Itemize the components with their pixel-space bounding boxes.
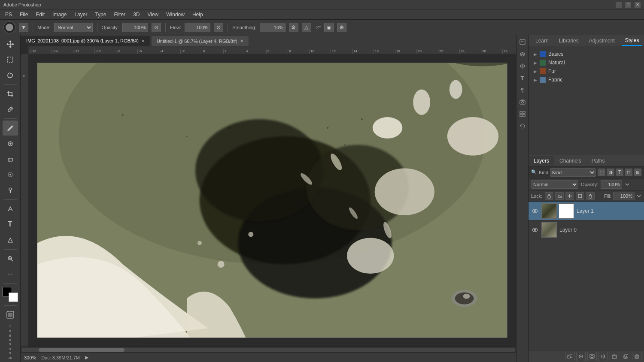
layers-opacity-input[interactable] <box>601 180 622 189</box>
path-tool[interactable] <box>3 232 18 247</box>
layers-tab-channels[interactable]: Channels <box>554 156 586 166</box>
quick-mask-tool[interactable] <box>3 307 18 322</box>
filter-shape-icon[interactable]: ◻ <box>625 169 632 176</box>
flow-icon[interactable]: ⊙ <box>214 23 223 32</box>
canvas-image-area[interactable] <box>28 54 516 347</box>
link-layers-btn[interactable] <box>565 352 574 361</box>
menu-3d[interactable]: 3D <box>130 11 143 18</box>
angle-icon[interactable]: △ <box>302 23 311 32</box>
fill-input[interactable] <box>613 192 635 200</box>
layers-tab-layers[interactable]: Layers <box>529 156 554 166</box>
eyedropper-tool[interactable] <box>3 102 18 117</box>
airbrush-icon[interactable]: ⊙ <box>152 23 161 32</box>
tab-styles[interactable]: Styles <box>622 36 643 46</box>
add-mask-btn[interactable] <box>587 352 597 361</box>
svg-rect-67 <box>612 355 617 359</box>
svg-point-33 <box>197 241 202 245</box>
delete-layer-btn[interactable] <box>632 352 641 361</box>
layer-item-1[interactable]: Layer 1 <box>529 202 644 220</box>
tab-libraries[interactable]: Libraries <box>556 36 582 45</box>
close-button[interactable]: ✕ <box>635 2 641 8</box>
menu-view[interactable]: View <box>144 11 162 18</box>
tab-adjustment[interactable]: Adjustment <box>586 36 618 45</box>
tab-untitled-close[interactable]: ✕ <box>240 39 243 43</box>
crop-tool[interactable] <box>3 87 18 101</box>
style-item-natural[interactable]: ▶ Natural <box>532 58 641 67</box>
pressure-icon[interactable]: ◉ <box>324 23 334 32</box>
minimize-button[interactable]: — <box>616 2 622 8</box>
add-style-btn[interactable] <box>576 352 586 361</box>
tab-img-close[interactable]: ✕ <box>141 39 145 43</box>
panel-icon-history[interactable] <box>517 121 528 131</box>
maximize-button[interactable]: □ <box>625 2 631 8</box>
dodge-tool[interactable] <box>3 183 18 198</box>
new-adjustment-btn[interactable] <box>598 352 608 361</box>
filter-adjust-icon[interactable]: ◑ <box>607 169 614 176</box>
tab-untitled[interactable]: Untitled-1 @ 66.7% (Layer 4, RGB/8#) ✕ <box>151 36 249 46</box>
menu-image[interactable]: Image <box>49 11 70 18</box>
menu-filter[interactable]: Filter <box>110 11 129 18</box>
menu-type[interactable]: Type <box>91 11 109 18</box>
menu-ps[interactable]: PS <box>2 11 15 18</box>
menu-layer[interactable]: Layer <box>71 11 91 18</box>
pen-tool[interactable] <box>3 202 18 216</box>
lock-artboard-btn[interactable] <box>576 192 584 200</box>
panel-icon-channels[interactable] <box>517 61 528 71</box>
status-arrow[interactable]: ▶ <box>85 355 88 360</box>
layer-1-visibility[interactable] <box>531 207 539 215</box>
eraser-tool[interactable] <box>3 152 18 166</box>
brush-tool[interactable] <box>3 121 18 135</box>
panel-icon-layers[interactable] <box>517 49 528 59</box>
lock-all-btn[interactable] <box>586 192 595 200</box>
filter-smart-icon[interactable]: ⊞ <box>634 169 641 176</box>
background-color[interactable] <box>9 293 18 302</box>
move-tool[interactable] <box>3 37 18 51</box>
color-swatches[interactable] <box>3 287 18 302</box>
lasso-tool[interactable] <box>3 68 18 83</box>
new-group-btn[interactable] <box>610 352 619 361</box>
menu-file[interactable]: File <box>16 11 31 18</box>
menu-window[interactable]: Window <box>163 11 188 18</box>
lock-transparent-btn[interactable] <box>545 192 553 200</box>
panel-icon-paragraph[interactable]: ¶ <box>517 85 528 95</box>
more-tools[interactable]: ··· <box>3 267 18 281</box>
smoothing-input[interactable] <box>260 23 286 32</box>
healing-tool[interactable] <box>3 136 18 151</box>
smoothing-settings-icon[interactable]: ⚙ <box>289 23 298 32</box>
filter-pixel-icon[interactable]: ⬚ <box>598 169 605 176</box>
menu-edit[interactable]: Edit <box>32 11 48 18</box>
filter-type-icon[interactable]: T <box>616 169 623 176</box>
opacity-input[interactable] <box>122 23 148 32</box>
lock-position-btn[interactable] <box>565 192 574 200</box>
brush-preview[interactable] <box>3 21 15 33</box>
panel-icon-grid[interactable] <box>517 109 528 119</box>
horizontal-scrollbar[interactable] <box>21 347 516 353</box>
kind-select[interactable]: Kind Name Effect Mode Attribute <box>550 168 596 177</box>
layer-0-visibility[interactable] <box>531 226 539 234</box>
scrollbar-thumb[interactable] <box>39 348 125 352</box>
symmetry-icon[interactable]: ❋ <box>337 23 346 32</box>
brush-settings-icon[interactable]: ▼ <box>19 23 28 32</box>
divider-3 <box>165 23 166 32</box>
mode-select[interactable]: Normal Multiply Screen Overlay <box>54 23 93 32</box>
blend-mode-select[interactable]: Normal Multiply Screen Overlay Dissolve <box>531 180 578 189</box>
menu-help[interactable]: Help <box>189 11 207 18</box>
style-item-basics[interactable]: ▶ Basics <box>532 50 641 58</box>
selection-tool[interactable] <box>3 52 18 67</box>
style-item-fur[interactable]: ▶ Fur <box>532 67 641 75</box>
style-item-fabric[interactable]: ▶ Fabric <box>532 75 641 84</box>
text-tool[interactable]: T <box>3 217 18 232</box>
layer-item-0[interactable]: Layer 0 <box>529 220 644 239</box>
flow-input[interactable] <box>185 23 210 32</box>
panel-icon-styles[interactable] <box>517 37 528 47</box>
lock-image-btn[interactable] <box>555 192 564 200</box>
layers-tab-paths[interactable]: Paths <box>586 156 610 166</box>
panel-icon-text[interactable]: T <box>517 73 528 83</box>
tab-learn[interactable]: Learn <box>532 36 552 45</box>
tab-img[interactable]: IMG_20201108_0001.jpg @ 300% (Layer 1, R… <box>21 36 150 46</box>
zoom-tool[interactable] <box>3 251 18 266</box>
blur-tool[interactable] <box>3 167 18 182</box>
tab-untitled-label: Untitled-1 @ 66.7% (Layer 4, RGB/8#) <box>157 39 237 44</box>
new-layer-btn[interactable] <box>621 352 630 361</box>
panel-icon-camera[interactable] <box>517 97 528 107</box>
